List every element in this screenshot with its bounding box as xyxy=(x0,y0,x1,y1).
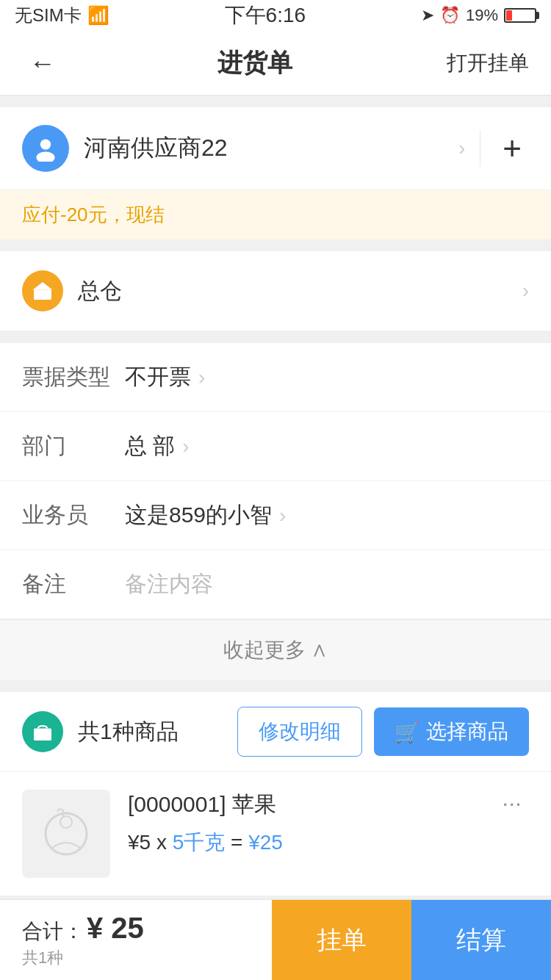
warehouse-name: 总仓 xyxy=(78,276,522,306)
footer-total: 合计： ¥ 25 共1种 xyxy=(0,912,272,969)
product-count: 共1种商品 xyxy=(78,717,237,747)
remark-row[interactable]: 备注 备注内容 xyxy=(0,550,551,619)
product-section: 共1种商品 修改明细 🛒 选择商品 [0000001] 苹果 ¥5 x xyxy=(0,692,551,896)
battery-percent: 19% xyxy=(466,6,498,25)
salesperson-value: 这是859的小智 xyxy=(125,500,272,530)
checkout-btn-label: 结算 xyxy=(456,923,506,957)
quantity-value: 5千克 xyxy=(173,831,226,854)
supplier-name: 河南供应商22 xyxy=(84,132,458,165)
product-name: [0000001] 苹果 xyxy=(128,790,494,820)
invoice-label: 票据类型 xyxy=(22,362,125,392)
price-separator: x xyxy=(156,831,173,854)
battery-icon xyxy=(504,8,536,23)
total-amount: ¥ 25 xyxy=(87,912,144,945)
status-time: 下午6:16 xyxy=(225,1,306,29)
warehouse-section: 总仓 › xyxy=(0,251,551,331)
warehouse-row[interactable]: 总仓 › xyxy=(0,251,551,331)
svg-marker-3 xyxy=(33,282,53,290)
select-btn-label: 选择商品 xyxy=(426,718,508,746)
nav-bar: ← 进货单 打开挂单 xyxy=(0,31,551,96)
price-value: ¥5 xyxy=(128,831,151,854)
salesperson-arrow-icon: › xyxy=(279,504,286,527)
open-pending-button[interactable]: 打开挂单 xyxy=(447,49,529,77)
remark-label: 备注 xyxy=(22,569,125,599)
collapse-bar[interactable]: 收起更多 ∧ xyxy=(0,619,551,680)
invoice-arrow-icon: › xyxy=(198,366,205,389)
avatar xyxy=(22,125,69,172)
select-icon: 🛒 xyxy=(395,720,420,744)
gap-3 xyxy=(0,331,551,343)
product-item: [0000001] 苹果 ¥5 x 5千克 = ¥25 ··· xyxy=(0,771,551,896)
notice-bar: 应付-20元，现结 xyxy=(0,190,551,239)
pending-btn-label: 挂单 xyxy=(317,923,367,957)
product-header: 共1种商品 修改明细 🛒 选择商品 xyxy=(0,692,551,771)
gap-2 xyxy=(0,239,551,251)
alarm-icon: ⏰ xyxy=(440,6,460,25)
svg-point-1 xyxy=(36,152,54,162)
page-title: 进货单 xyxy=(217,46,292,80)
svg-rect-4 xyxy=(40,293,46,300)
total-sub: 共1种 xyxy=(22,947,250,969)
price-equals: = xyxy=(231,831,248,854)
remark-value: 备注内容 xyxy=(125,569,213,599)
product-section-icon xyxy=(22,711,63,752)
product-id: [0000001] xyxy=(128,792,226,816)
product-price: ¥5 x 5千克 = ¥25 xyxy=(128,829,494,857)
supplier-row[interactable]: 河南供应商22 › + xyxy=(0,107,551,190)
svg-point-0 xyxy=(40,139,51,149)
battery-fill xyxy=(506,10,512,21)
pending-button[interactable]: 挂单 xyxy=(272,900,411,981)
product-info: [0000001] 苹果 ¥5 x 5千克 = ¥25 xyxy=(128,790,494,857)
product-thumbnail xyxy=(22,790,110,878)
add-supplier-button[interactable]: + xyxy=(495,130,529,167)
svg-point-9 xyxy=(60,816,72,828)
modify-detail-button[interactable]: 修改明细 xyxy=(237,707,362,757)
form-section: 票据类型 不开票 › 部门 总 部 › 业务员 这是859的小智 › 备注 备注… xyxy=(0,343,551,680)
warehouse-arrow-icon: › xyxy=(522,279,529,303)
select-product-button[interactable]: 🛒 选择商品 xyxy=(374,707,529,756)
checkout-button[interactable]: 结算 xyxy=(411,900,551,981)
total-label: 合计： xyxy=(22,918,84,945)
total-value: ¥25 xyxy=(248,831,283,854)
salesperson-row[interactable]: 业务员 这是859的小智 › xyxy=(0,481,551,550)
supplier-arrow-icon: › xyxy=(458,137,465,160)
supplier-section: 河南供应商22 › + 应付-20元，现结 xyxy=(0,107,551,239)
product-title: 苹果 xyxy=(232,792,276,816)
gap-4 xyxy=(0,680,551,692)
warehouse-icon xyxy=(22,270,63,311)
gap-1 xyxy=(0,96,551,107)
wifi-icon: 📶 xyxy=(87,5,109,26)
department-arrow-icon: › xyxy=(182,435,189,458)
collapse-label: 收起更多 ∧ xyxy=(223,638,328,661)
salesperson-label: 业务员 xyxy=(22,500,125,530)
department-value: 总 部 xyxy=(125,431,175,461)
invoice-row[interactable]: 票据类型 不开票 › xyxy=(0,343,551,412)
back-button[interactable]: ← xyxy=(22,40,63,86)
invoice-value: 不开票 xyxy=(125,362,191,392)
department-row[interactable]: 部门 总 部 › xyxy=(0,412,551,481)
status-bar: 无SIM卡 📶 下午6:16 ➤ ⏰ 19% xyxy=(0,0,551,31)
status-right: ➤ ⏰ 19% xyxy=(421,6,536,25)
footer: 合计： ¥ 25 共1种 挂单 结算 xyxy=(0,899,551,980)
product-more-button[interactable]: ··· xyxy=(494,790,529,817)
status-left: 无SIM卡 📶 xyxy=(15,4,109,27)
carrier-label: 无SIM卡 xyxy=(15,4,82,27)
divider-v xyxy=(480,130,480,167)
department-label: 部门 xyxy=(22,431,125,461)
location-icon: ➤ xyxy=(421,6,434,25)
